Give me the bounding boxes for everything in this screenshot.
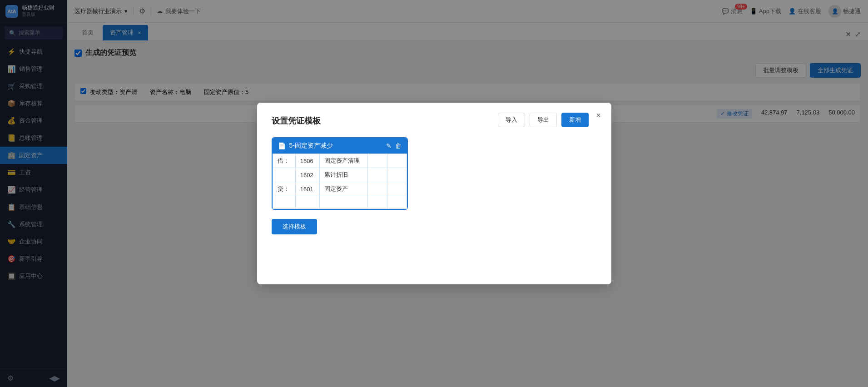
export-btn[interactable]: 导出: [530, 113, 557, 127]
modal-close-btn[interactable]: ×: [593, 110, 604, 121]
entry-code: 1606: [295, 154, 319, 168]
entry-col4: [367, 168, 387, 182]
select-template-btn[interactable]: 选择模板: [272, 219, 317, 234]
template-card: 📄 5-固定资产减少 ✎ 🗑 借： 1606: [272, 137, 408, 210]
main-content: 医疗器械行业演示 ▾ ⚙ ☁ 我要体验一下 💬 消息 99+ 📱 App下载 👤…: [67, 0, 868, 387]
modal-action-buttons: 导入 导出 新增: [498, 113, 589, 127]
template-entry-row: 借： 1606 固定资产清理: [273, 154, 407, 168]
template-entry-row: 1602 累计折旧: [273, 168, 407, 182]
template-table: 借： 1606 固定资产清理 1602 累计折旧: [273, 154, 407, 209]
template-card-header: 📄 5-固定资产减少 ✎ 🗑: [273, 138, 407, 154]
entry-type: 贷：: [273, 182, 295, 196]
template-entry-row: 贷： 1601 固定资产: [273, 182, 407, 196]
delete-template-icon[interactable]: 🗑: [395, 142, 402, 149]
entry-type: [273, 168, 295, 182]
entry-col5: [387, 182, 407, 196]
page-content: 生成的凭证预览 批量调整模板 全部生成凭证 变动类型：资产清 资产名称：电脑 固…: [67, 41, 868, 387]
modal-overlay: × 设置凭证模板 导入 导出 新增 📄 5-固定资产减少: [67, 41, 868, 387]
entry-col5: [387, 154, 407, 168]
import-btn[interactable]: 导入: [498, 113, 525, 127]
template-doc-icon: 📄: [278, 142, 286, 149]
entry-name: 固定资产清理: [320, 154, 368, 168]
entry-type: 借：: [273, 154, 295, 168]
template-modal: × 设置凭证模板 导入 导出 新增 📄 5-固定资产减少: [257, 103, 611, 284]
edit-template-icon[interactable]: ✎: [386, 142, 392, 149]
entry-name: 固定资产: [320, 182, 368, 196]
entry-code: 1602: [295, 168, 319, 182]
new-template-btn[interactable]: 新增: [561, 113, 589, 127]
entry-code: 1601: [295, 182, 319, 196]
entry-col4: [367, 182, 387, 196]
entry-col4: [367, 154, 387, 168]
entry-name: 累计折旧: [320, 168, 368, 182]
entry-col5: [387, 168, 407, 182]
template-entry-row-empty: [273, 196, 407, 209]
template-title: 5-固定资产减少: [289, 142, 333, 150]
